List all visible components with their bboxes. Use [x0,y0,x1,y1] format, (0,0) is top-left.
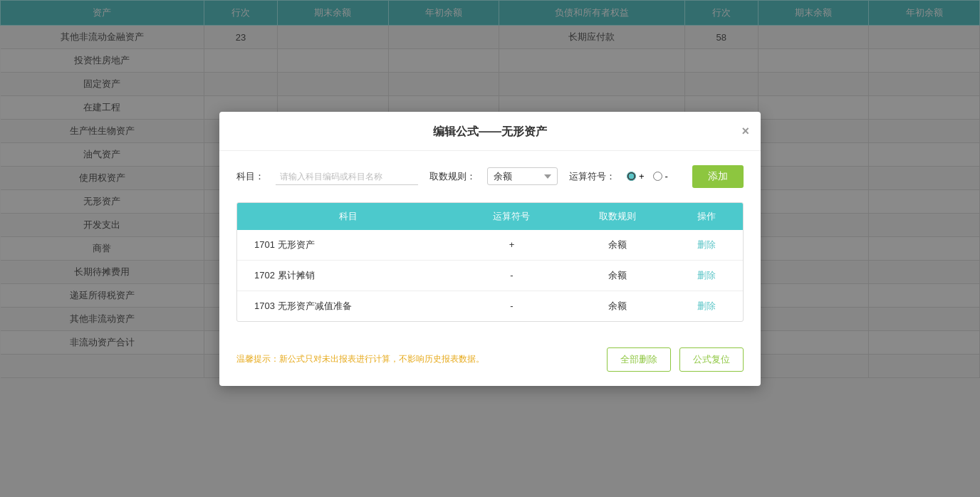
col-subject: 科目 [237,203,459,230]
cell-operator: - [459,260,564,291]
cell-subject: 1701 无形资产 [237,230,459,261]
operator-group: + - [627,171,668,182]
cell-rule: 余额 [565,260,670,291]
delete-all-button[interactable]: 全部删除 [607,347,671,372]
formula-form: 科目： 取数规则： 余额 借方发生额 贷方发生额 运算符号： + [236,165,744,188]
col-action: 操作 [670,203,743,230]
table-header-row: 科目 运算符号 取数规则 操作 [237,203,743,230]
delete-row-button[interactable]: 删除 [697,300,716,313]
add-button[interactable]: 添加 [692,165,744,188]
operator-plus-label: + [639,171,645,182]
cell-rule: 余额 [565,230,670,261]
cell-rule: 余额 [565,291,670,321]
modal-dialog: 编辑公式——无形资产 × 科目： 取数规则： 余额 借方发生额 贷方发生额 运算… [219,112,761,386]
modal-title: 编辑公式——无形资产 [433,125,547,137]
rule-select-wrap: 余额 借方发生额 贷方发生额 [487,167,558,185]
operator-label: 运算符号： [569,170,615,183]
col-operator: 运算符号 [459,203,564,230]
modal-header: 编辑公式——无形资产 × [219,112,761,151]
cell-action: 删除 [670,230,743,261]
footer-buttons: 全部删除 公式复位 [607,347,744,372]
delete-row-button[interactable]: 删除 [697,239,716,251]
delete-row-button[interactable]: 删除 [697,269,716,282]
formula-table: 科目 运算符号 取数规则 操作 1701 无形资产+余额删除1702 累计摊销-… [237,203,743,321]
modal-body: 科目： 取数规则： 余额 借方发生额 贷方发生额 运算符号： + [219,151,761,336]
col-rule: 取数规则 [565,203,670,230]
cell-action: 删除 [670,291,743,321]
operator-minus-radio[interactable]: - [653,171,668,182]
cell-operator: - [459,291,564,321]
subject-label: 科目： [236,170,264,183]
rule-select[interactable]: 余额 借方发生额 贷方发生额 [487,167,558,185]
reset-button[interactable]: 公式复位 [679,347,744,372]
formula-table-wrap: 科目 运算符号 取数规则 操作 1701 无形资产+余额删除1702 累计摊销-… [236,202,744,322]
operator-minus-label: - [665,171,668,182]
modal-footer: 温馨提示：新公式只对未出报表进行计算，不影响历史报表数据。 全部删除 公式复位 [219,336,761,386]
cell-operator: + [459,230,564,261]
footer-tip: 温馨提示：新公式只对未出报表进行计算，不影响历史报表数据。 [236,353,484,365]
cell-subject: 1702 累计摊销 [237,260,459,291]
cell-action: 删除 [670,260,743,291]
operator-plus-radio[interactable]: + [627,171,645,182]
table-row: 1701 无形资产+余额删除 [237,230,743,261]
rule-label: 取数规则： [429,170,476,183]
cell-subject: 1703 无形资产减值准备 [237,291,459,321]
subject-input[interactable] [276,168,418,185]
modal-close-button[interactable]: × [741,125,749,137]
table-row: 1703 无形资产减值准备-余额删除 [237,291,743,321]
modal-overlay: 编辑公式——无形资产 × 科目： 取数规则： 余额 借方发生额 贷方发生额 运算… [0,0,980,497]
table-row: 1702 累计摊销-余额删除 [237,260,743,291]
